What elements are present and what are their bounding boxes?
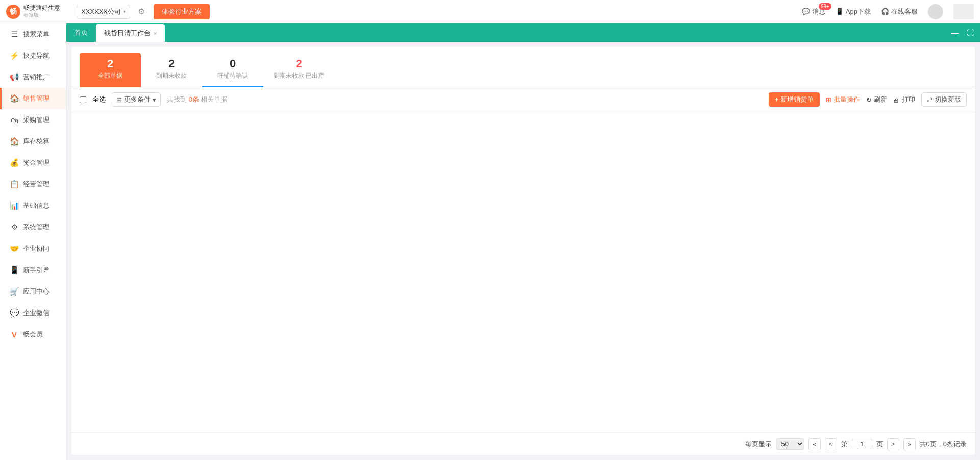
message-btn[interactable]: 💬 消息 99+ xyxy=(802,7,825,16)
logo-text: 畅捷通好生意 xyxy=(23,4,60,12)
enterprise-icon: 🤝 xyxy=(10,244,19,253)
page-size-select[interactable]: 50 100 200 xyxy=(776,438,804,450)
last-page-button[interactable]: » xyxy=(903,438,916,450)
stat-label-overdue-out: 到期未收款 已出库 xyxy=(274,71,324,80)
stat-label-overdue: 到期未收款 xyxy=(151,71,192,80)
sidebar: ☰ 搜索菜单 ⚡ 快捷导航 📢 营销推广 🏠 销售管理 🛍 采购管理 🏠 库存核… xyxy=(0,23,66,460)
logo-sub: 标准版 xyxy=(23,12,60,19)
empty-content xyxy=(71,112,975,432)
company-name: XXXXXX公司 xyxy=(81,7,121,16)
system-icon: ⚙ xyxy=(10,223,19,232)
tab-active-label: 钱货日清工作台 xyxy=(104,24,151,42)
sidebar-label-inventory: 库存核算 xyxy=(23,137,50,146)
sidebar-item-guide[interactable]: 📱 新手引导 xyxy=(0,259,66,281)
stat-tab-overdue[interactable]: 2 到期未收款 xyxy=(141,53,202,87)
basic-icon: 📊 xyxy=(10,201,19,210)
page-label: 第 xyxy=(841,440,848,449)
sidebar-item-inventory[interactable]: 🏠 库存核算 xyxy=(0,131,66,152)
page-number-input[interactable] xyxy=(852,439,872,449)
app-download-btn[interactable]: 📱 App下载 xyxy=(836,7,871,16)
batch-label: 批量操作 xyxy=(834,95,860,104)
sidebar-label-search-menu: 搜索菜单 xyxy=(23,30,50,39)
sidebar-item-marketing[interactable]: 📢 营销推广 xyxy=(0,66,66,88)
sidebar-label-capital: 资金管理 xyxy=(23,158,50,167)
batch-operation-button[interactable]: ⊞ 批量操作 xyxy=(826,95,860,104)
logo-area: 畅 畅捷通好生意 标准版 xyxy=(6,4,72,19)
wechat-icon: 💬 xyxy=(10,308,19,318)
sidebar-label-member: 畅会员 xyxy=(23,330,43,339)
found-prefix: 共找到 xyxy=(167,95,187,103)
sidebar-item-system[interactable]: ⚙ 系统管理 xyxy=(0,216,66,238)
trial-button[interactable]: 体验行业方案 xyxy=(154,4,210,19)
stat-tab-pending[interactable]: 0 旺辅待确认 xyxy=(202,53,263,87)
new-sales-order-button[interactable]: + 新增销货单 xyxy=(769,92,820,107)
print-button[interactable]: 🖨 打印 xyxy=(893,95,915,104)
next-page-button[interactable]: > xyxy=(887,438,899,450)
switch-version-button[interactable]: ⇄ 切换新版 xyxy=(921,92,967,107)
user-name xyxy=(953,4,974,19)
refresh-button[interactable]: ↻ 刷新 xyxy=(866,95,887,104)
sidebar-label-purchase: 采购管理 xyxy=(23,115,50,125)
refresh-icon: ↻ xyxy=(866,96,872,104)
sidebar-label-system: 系统管理 xyxy=(23,223,50,232)
filter-label: 更多条件 xyxy=(124,95,151,104)
tab-home[interactable]: 首页 xyxy=(66,23,96,42)
sidebar-item-search-menu[interactable]: ☰ 搜索菜单 xyxy=(0,23,66,45)
sidebar-label-wechat: 企业微信 xyxy=(23,308,50,318)
capital-icon: 💰 xyxy=(10,158,19,167)
prev-page-button[interactable]: < xyxy=(825,438,837,450)
tab-close-icon[interactable]: × xyxy=(154,24,157,42)
settings-icon[interactable]: ⚙ xyxy=(134,5,149,19)
batch-icon: ⊞ xyxy=(826,96,831,104)
sidebar-item-appstore[interactable]: 🛒 应用中心 xyxy=(0,281,66,302)
mobile-icon: 📱 xyxy=(836,8,844,15)
print-icon: 🖨 xyxy=(893,96,900,104)
found-num: 0条 xyxy=(189,95,199,103)
stat-label-pending: 旺辅待确认 xyxy=(212,71,253,80)
guide-icon: 📱 xyxy=(10,265,19,275)
sidebar-item-sales[interactable]: 🏠 销售管理 xyxy=(0,88,66,109)
sidebar-item-wechat[interactable]: 💬 企业微信 xyxy=(0,302,66,324)
tab-bar-right: — ⛶ xyxy=(949,27,980,39)
select-all-checkbox[interactable] xyxy=(80,96,86,103)
sidebar-label-appstore: 应用中心 xyxy=(23,287,50,296)
select-all-label: 全选 xyxy=(92,95,106,104)
header-right: 💬 消息 99+ 📱 App下载 🎧 在线客服 xyxy=(802,4,974,19)
maximize-btn[interactable]: ⛶ xyxy=(965,27,976,39)
marketing-icon: 📢 xyxy=(10,72,19,82)
found-text: 共找到 0条 相关单据 xyxy=(167,95,227,104)
sidebar-label-operation: 经营管理 xyxy=(23,180,50,189)
page-label-suffix: 页 xyxy=(876,440,883,449)
tab-active[interactable]: 钱货日清工作台 × xyxy=(96,24,165,42)
tab-bar: 首页 钱货日清工作台 × — ⛶ xyxy=(66,23,980,42)
logo-icon: 畅 xyxy=(6,5,20,19)
toolbar-right: + 新增销货单 ⊞ 批量操作 ↻ 刷新 🖨 打印 ⇄ 切换新版 xyxy=(769,92,967,107)
switch-icon: ⇄ xyxy=(927,96,933,104)
app-download-label: App下载 xyxy=(846,7,871,16)
first-page-button[interactable]: « xyxy=(808,438,821,450)
sidebar-item-quick-nav[interactable]: ⚡ 快捷导航 xyxy=(0,45,66,66)
sidebar-item-basic[interactable]: 📊 基础信息 xyxy=(0,195,66,216)
switch-label: 切换新版 xyxy=(935,95,961,104)
inventory-icon: 🏠 xyxy=(10,137,19,146)
sidebar-item-enterprise[interactable]: 🤝 企业协同 xyxy=(0,238,66,259)
sidebar-label-guide: 新手引导 xyxy=(23,265,50,275)
stat-num-all: 2 xyxy=(90,57,131,70)
operation-icon: 📋 xyxy=(10,180,19,189)
sidebar-item-capital[interactable]: 💰 资金管理 xyxy=(0,152,66,174)
sidebar-item-member[interactable]: V 畅会员 xyxy=(0,324,66,345)
sidebar-item-purchase[interactable]: 🛍 采购管理 xyxy=(0,109,66,131)
appstore-icon: 🛒 xyxy=(10,287,19,296)
online-service-btn[interactable]: 🎧 在线客服 xyxy=(881,7,918,16)
company-selector[interactable]: XXXXXX公司 ▾ xyxy=(77,5,130,19)
avatar[interactable] xyxy=(928,4,943,19)
stat-tab-all[interactable]: 2 全部单据 xyxy=(80,53,141,87)
filter-button[interactable]: ⊞ 更多条件 ▾ xyxy=(112,92,161,107)
message-badge: 99+ xyxy=(819,3,831,10)
sidebar-item-operation[interactable]: 📋 经营管理 xyxy=(0,174,66,195)
minimize-btn[interactable]: — xyxy=(949,27,961,39)
filter-chevron-icon: ▾ xyxy=(153,96,156,104)
stat-tab-overdue-out[interactable]: 2 到期未收款 已出库 xyxy=(263,53,334,87)
filter-icon: ⊞ xyxy=(116,96,122,104)
toolbar: 全选 ⊞ 更多条件 ▾ 共找到 0条 相关单据 + 新增销货单 ⊞ 批量操作 ↻… xyxy=(71,87,975,112)
